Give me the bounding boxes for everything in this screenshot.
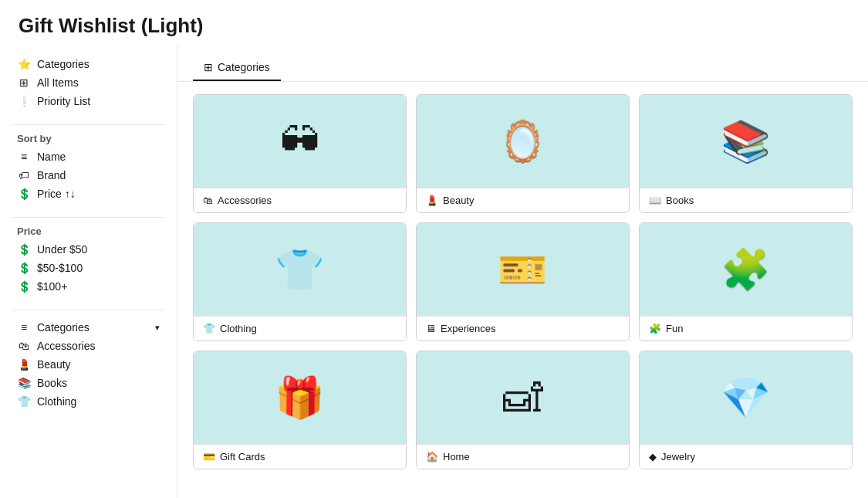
accessories-icon: 🛍 [17,340,31,352]
category-label-icon-books: 📖 [649,195,661,206]
sidebar-nav: ⭐ Categories ⊞ All Items ❕ Priority List [12,55,164,110]
app-container: Gift Wishlist (Light) ⭐ Categories ⊞ All… [0,0,868,498]
category-card-label-books: 📖Books [640,188,852,212]
tab-categories[interactable]: ⊞ Categories [193,55,281,81]
category-card-label-accessories: 🛍Accessories [194,188,406,212]
category-card-image-experiences: 🎫 [417,223,629,316]
tag-icon: 🏷 [17,169,31,181]
category-card-jewelry[interactable]: 💎◆Jewelry [639,351,853,469]
clothing-icon: 👕 [17,395,31,408]
beauty-label: Beauty [37,358,71,371]
category-card-label-fun: 🧩Fun [640,316,852,340]
price-icon: 💲 [17,188,31,200]
price-100-plus[interactable]: 💲 $100+ [12,277,164,296]
category-card-image-books: 📚 [640,95,852,188]
price-section: Price 💲 Under $50 💲 $50-$100 💲 $100+ [12,225,164,296]
sidebar-item-accessories[interactable]: 🛍 Accessories [12,337,164,355]
category-card-image-fun: 🧩 [640,223,852,316]
category-card-image-beauty: 🪞 [417,95,629,188]
category-label-text-experiences: Experiences [441,323,496,334]
sidebar-item-priority-list[interactable]: ❕ Priority List [12,92,164,110]
clothing-label: Clothing [37,395,76,408]
category-card-experiences[interactable]: 🎫🖥Experiences [416,222,630,341]
category-label-text-fun: Fun [666,323,683,334]
sidebar-item-categories[interactable]: ⭐ Categories [12,55,164,73]
sort-by-section: Sort by ≡ Name 🏷 Brand 💲 Price ↑↓ [12,133,164,203]
category-card-image-accessories: 🕶 [194,95,406,188]
category-card-image-clothing: 👕 [194,223,406,316]
category-label-icon-clothing: 👕 [203,323,215,334]
category-card-label-clothing: 👕Clothing [194,316,406,340]
category-label-text-accessories: Accessories [218,195,272,206]
books-label: Books [37,377,67,389]
list-icon-2: ≡ [17,321,31,334]
sidebar-item-books[interactable]: 📚 Books [12,374,164,392]
category-card-label-gift-cards: 💳Gift Cards [194,444,406,469]
sort-brand-label: Brand [37,169,66,181]
category-card-label-beauty: 💄Beauty [417,188,629,212]
categories-section: ≡ Categories ▾ 🛍 Accessories 💄 Beauty 📚 … [12,318,164,411]
accessories-label: Accessories [37,340,95,352]
grid-area: 🕶🛍Accessories🪞💄Beauty📚📖Books👕👕Clothing🎫🖥… [177,82,868,498]
sidebar-item-beauty[interactable]: 💄 Beauty [12,355,164,374]
divider-1 [12,124,164,125]
tab-categories-label: Categories [218,61,270,73]
content-header: ⊞ Categories [177,46,868,82]
main-layout: ⭐ Categories ⊞ All Items ❕ Priority List… [0,46,868,498]
main-content: ⊞ Categories 🕶🛍Accessories🪞💄Beauty📚📖Book… [177,46,868,498]
sort-by-heading: Sort by [17,133,164,144]
sort-by-price[interactable]: 💲 Price ↑↓ [12,185,164,203]
grid-icon: ⊞ [17,76,31,89]
price-50-100[interactable]: 💲 $50-$100 [12,259,164,277]
category-card-accessories[interactable]: 🕶🛍Accessories [193,94,407,213]
sort-by-brand[interactable]: 🏷 Brand [12,166,164,185]
sidebar-item-categories-label: Categories [37,58,90,70]
category-card-fun[interactable]: 🧩🧩Fun [639,222,853,341]
category-card-books[interactable]: 📚📖Books [639,94,853,213]
category-label-icon-experiences: 🖥 [426,323,436,334]
category-card-image-gift-cards: 🎁 [194,351,406,444]
sidebar-item-clothing[interactable]: 👕 Clothing [12,392,164,411]
divider-2 [12,217,164,218]
price-under-50[interactable]: 💲 Under $50 [12,240,164,259]
beauty-icon: 💄 [17,358,31,371]
categories-section-label: Categories [37,321,90,334]
price-range-icon-2: 💲 [17,262,31,274]
category-label-text-beauty: Beauty [443,195,474,206]
category-label-icon-gift-cards: 💳 [203,451,215,462]
price-under-50-label: Under $50 [37,243,87,256]
sidebar: ⭐ Categories ⊞ All Items ❕ Priority List… [0,46,177,498]
category-card-label-experiences: 🖥Experiences [417,316,629,340]
category-card-label-home: 🏠Home [417,444,629,469]
category-label-text-home: Home [443,451,470,462]
sort-price-label: Price ↑↓ [37,188,76,200]
category-label-text-clothing: Clothing [220,323,257,334]
category-card-image-home: 🛋 [417,351,629,444]
category-card-clothing[interactable]: 👕👕Clothing [193,222,407,341]
grid-tab-icon: ⊞ [204,61,213,73]
price-range-icon-3: 💲 [17,280,31,293]
category-card-gift-cards[interactable]: 🎁💳Gift Cards [193,351,407,469]
category-label-icon-home: 🏠 [426,451,438,462]
category-card-home[interactable]: 🛋🏠Home [416,351,630,469]
exclamation-icon: ❕ [17,95,31,107]
sort-name-label: Name [37,151,66,163]
category-label-icon-beauty: 💄 [426,195,438,206]
category-label-icon-jewelry: ◆ [649,451,657,462]
divider-3 [12,310,164,310]
books-icon: 📚 [17,377,31,389]
category-label-text-books: Books [666,195,694,206]
category-label-text-gift-cards: Gift Cards [220,451,265,462]
category-card-image-jewelry: 💎 [640,351,852,444]
price-range-icon: 💲 [17,243,31,256]
category-card-beauty[interactable]: 🪞💄Beauty [416,94,630,213]
sidebar-item-all-items[interactable]: ⊞ All Items [12,73,164,92]
sidebar-item-priority-list-label: Priority List [37,95,90,107]
sort-by-name[interactable]: ≡ Name [12,147,164,166]
categories-expandable[interactable]: ≡ Categories ▾ [12,318,164,337]
sidebar-item-all-items-label: All Items [37,76,79,89]
category-card-label-jewelry: ◆Jewelry [640,444,852,469]
category-label-icon-accessories: 🛍 [203,195,213,206]
tab-bar: ⊞ Categories [193,55,853,81]
category-label-text-jewelry: Jewelry [661,451,695,462]
